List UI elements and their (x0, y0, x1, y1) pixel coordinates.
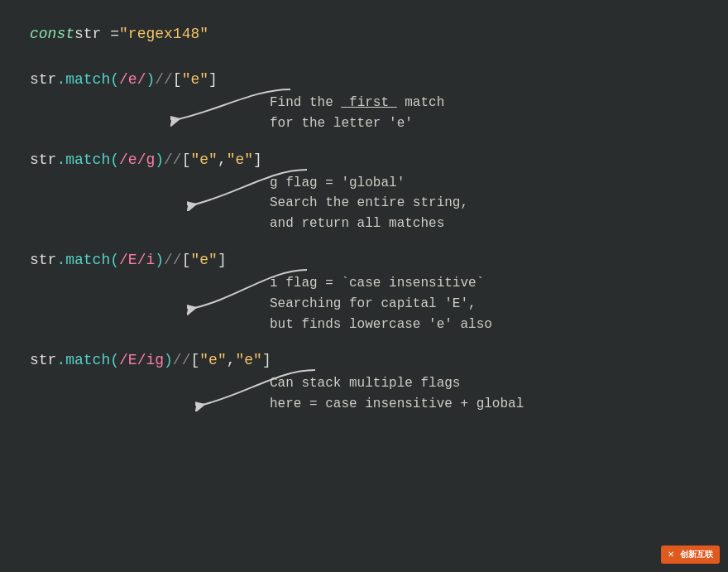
code-rest-0: str = (74, 23, 119, 46)
arrow-1 (170, 85, 295, 127)
arrow-4 (195, 366, 319, 411)
annot-1-1-highlight: _first_ (341, 95, 396, 110)
annotation-4: Can stack multiple flags here = case ins… (270, 373, 698, 415)
arrow-2 (187, 166, 311, 211)
code-line-4: str .match( /E/ig ) // [ "e" , "e" ] (30, 349, 698, 372)
annot-2-2: Search the entire string, (270, 193, 698, 214)
watermark-icon: ✕ (668, 550, 674, 559)
annot-3-3: but finds lowercase 'e' also (270, 315, 698, 335)
section-3: str .match( /E/i ) // [ "e" ] i flag = `… (30, 249, 698, 334)
section-const: const str = "regex148" (30, 23, 698, 46)
arrow-3 (187, 266, 311, 315)
section-1: str .match( /e/ ) // [ "e" ] Find the _f… (30, 69, 698, 134)
close-1: ) (146, 69, 155, 91)
watermark-badge: ✕ 创新互联 (661, 546, 720, 564)
annot-1-2: for the letter 'e' (270, 113, 698, 134)
comment-2: // (164, 149, 182, 171)
annotation-1: Find the _first_ match for the letter 'e… (270, 93, 698, 134)
method-4: .match( (56, 349, 119, 372)
section-4: str .match( /E/ig ) // [ "e" , "e" ] Can… (30, 349, 698, 415)
section-2: str .match( /e/g ) // [ "e" , "e" ] g fl… (30, 149, 698, 234)
annot-1-1: Find the _first_ match (270, 93, 698, 113)
method-3: .match( (56, 249, 119, 272)
code-line-1: str .match( /e/ ) // [ "e" ] (30, 69, 698, 91)
close-3: ) (155, 249, 164, 272)
str-obj-3: str (30, 249, 56, 272)
watermark-text: 创新互联 (680, 550, 713, 559)
annot-3-2: Searching for capital 'E', (270, 294, 698, 315)
annotation-2: g flag = 'global' Search the entire stri… (270, 173, 698, 234)
annot-2-1: g flag = 'global' (270, 173, 698, 194)
annotation-3: i flag = `case insensitive` Searching fo… (270, 273, 698, 334)
keyword-const: const (30, 23, 74, 46)
code-line-2: str .match( /e/g ) // [ "e" , "e" ] (30, 149, 698, 171)
annot-4-1: Can stack multiple flags (270, 373, 698, 394)
code-line-3: str .match( /E/i ) // [ "e" ] (30, 249, 698, 272)
close-2: ) (155, 149, 164, 171)
code-line-0: const str = "regex148" (30, 23, 698, 46)
close-4: ) (164, 349, 173, 372)
code-str-val-0: "regex148" (119, 23, 208, 46)
method-1: .match( (56, 69, 119, 91)
annot-2-3: and return all matches (270, 214, 698, 234)
comment-4: // (173, 349, 191, 372)
regex-1: /e/ (119, 69, 146, 91)
str-obj-4: str (30, 349, 56, 372)
str-obj-1: str (30, 69, 56, 91)
annot-4-2: here = case insensitive + global (270, 394, 698, 415)
main-container: const str = "regex148" str .match( /e/ )… (0, 0, 728, 572)
comment-3: // (164, 249, 182, 272)
method-2: .match( (56, 149, 119, 171)
annot-3-1: i flag = `case insensitive` (270, 273, 698, 294)
regex-3: /E/i (119, 249, 155, 272)
str-obj-2: str (30, 149, 56, 171)
regex-4: /E/ig (119, 349, 164, 372)
regex-2: /e/g (119, 149, 155, 171)
